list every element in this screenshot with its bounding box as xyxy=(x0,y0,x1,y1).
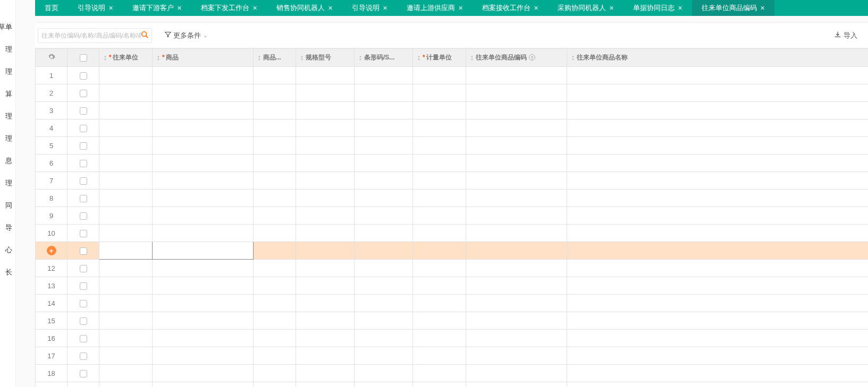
sidebar-item[interactable]: 理 xyxy=(0,172,15,194)
table-cell[interactable] xyxy=(466,84,567,102)
table-row[interactable]: 9 xyxy=(36,207,869,225)
table-cell[interactable] xyxy=(355,347,413,365)
row-checkbox[interactable] xyxy=(80,107,87,115)
table-cell[interactable] xyxy=(99,312,153,330)
table-cell[interactable] xyxy=(567,382,869,388)
table-cell[interactable] xyxy=(567,260,869,277)
row-checkbox[interactable] xyxy=(80,335,87,342)
table-cell[interactable] xyxy=(254,365,296,382)
table-cell[interactable] xyxy=(466,347,567,365)
table-cell[interactable] xyxy=(254,102,296,119)
tab-item[interactable]: 引导说明✕ xyxy=(68,0,123,16)
table-cell[interactable] xyxy=(153,277,254,295)
sidebar-item[interactable]: 导 xyxy=(0,217,15,239)
table-cell[interactable] xyxy=(254,154,296,172)
table-cell[interactable] xyxy=(296,84,355,102)
table-cell[interactable] xyxy=(466,137,567,154)
table-cell[interactable] xyxy=(355,102,413,119)
table-cell[interactable] xyxy=(153,67,254,84)
row-checkbox[interactable] xyxy=(80,352,87,360)
sidebar-item[interactable]: 理 xyxy=(0,61,15,83)
table-cell[interactable] xyxy=(99,84,153,102)
row-checkbox[interactable] xyxy=(80,142,87,150)
table-cell[interactable] xyxy=(413,154,466,172)
table-cell[interactable] xyxy=(413,295,466,312)
sidebar-item[interactable]: 理 xyxy=(0,105,15,127)
table-cell[interactable] xyxy=(567,190,869,207)
table-cell[interactable] xyxy=(355,260,413,277)
table-cell[interactable] xyxy=(466,207,567,225)
table-cell[interactable] xyxy=(99,330,153,347)
help-icon[interactable]: ? xyxy=(529,54,535,61)
table-cell[interactable] xyxy=(567,365,869,382)
close-icon[interactable]: ✕ xyxy=(534,5,538,12)
table-cell[interactable] xyxy=(153,154,254,172)
header-product-extra[interactable]: ▲▼商品... xyxy=(254,49,296,67)
table-cell[interactable] xyxy=(567,154,869,172)
close-icon[interactable]: ✕ xyxy=(760,5,765,12)
table-cell[interactable] xyxy=(355,154,413,172)
table-row[interactable]: 10 xyxy=(36,225,869,242)
header-code[interactable]: ▲▼往来单位商品编码? xyxy=(466,49,567,67)
table-row[interactable]: 8 xyxy=(36,190,869,207)
table-row[interactable]: 4 xyxy=(36,119,869,137)
header-name[interactable]: ▲▼往来单位商品名称 xyxy=(567,49,869,67)
table-cell[interactable] xyxy=(567,347,869,365)
table-cell[interactable] xyxy=(296,190,355,207)
row-checkbox[interactable] xyxy=(80,282,87,290)
table-row[interactable]: 7 xyxy=(36,172,869,190)
table-cell[interactable] xyxy=(355,172,413,190)
search-input-wrapper[interactable] xyxy=(38,28,152,43)
table-cell[interactable] xyxy=(567,207,869,225)
table-cell[interactable] xyxy=(254,330,296,347)
table-cell[interactable] xyxy=(254,312,296,330)
table-cell[interactable] xyxy=(99,382,153,388)
table-cell[interactable] xyxy=(153,295,254,312)
sidebar-item[interactable]: 理 xyxy=(0,38,15,61)
close-icon[interactable]: ✕ xyxy=(458,5,463,12)
table-cell[interactable] xyxy=(567,84,869,102)
table-cell[interactable] xyxy=(466,382,567,388)
sidebar-item[interactable]: 长 xyxy=(0,261,15,283)
table-cell[interactable] xyxy=(99,154,153,172)
table-cell[interactable] xyxy=(99,242,153,260)
close-icon[interactable]: ✕ xyxy=(678,5,682,12)
sidebar-item[interactable]: 息 xyxy=(0,150,15,172)
tab-item[interactable]: 档案接收工作台✕ xyxy=(473,0,548,16)
table-cell[interactable] xyxy=(466,190,567,207)
table-cell[interactable] xyxy=(413,84,466,102)
tab-item[interactable]: 销售协同机器人✕ xyxy=(267,0,342,16)
table-cell[interactable] xyxy=(413,102,466,119)
sidebar-item[interactable]: 同 xyxy=(0,194,15,217)
table-cell[interactable] xyxy=(413,67,466,84)
table-cell[interactable] xyxy=(567,137,869,154)
table-scroll[interactable]: ▲▼*往来单位 ▲▼*商品 ▲▼商品... ▲▼规格型号 ▲▼条形码/S... xyxy=(35,48,868,387)
table-row[interactable]: 16 xyxy=(36,330,869,347)
tab-item[interactable]: 引导说明✕ xyxy=(342,0,397,16)
table-cell[interactable] xyxy=(355,84,413,102)
table-row[interactable]: 19 xyxy=(36,382,869,388)
table-cell[interactable] xyxy=(153,102,254,119)
sidebar-item[interactable]: 算 xyxy=(0,83,15,105)
table-cell[interactable] xyxy=(466,277,567,295)
table-cell[interactable] xyxy=(355,330,413,347)
table-cell[interactable] xyxy=(254,172,296,190)
table-cell[interactable] xyxy=(466,365,567,382)
table-cell[interactable] xyxy=(296,330,355,347)
header-spec[interactable]: ▲▼规格型号 xyxy=(296,49,355,67)
table-cell[interactable] xyxy=(254,242,296,260)
table-cell[interactable] xyxy=(466,119,567,137)
row-checkbox[interactable] xyxy=(80,317,87,325)
table-cell[interactable] xyxy=(153,330,254,347)
table-cell[interactable] xyxy=(355,119,413,137)
table-cell[interactable] xyxy=(567,102,869,119)
table-row[interactable]: 15 xyxy=(36,312,869,330)
table-cell[interactable] xyxy=(296,137,355,154)
table-cell[interactable] xyxy=(254,207,296,225)
table-cell[interactable] xyxy=(466,172,567,190)
table-cell[interactable] xyxy=(153,137,254,154)
tab-item[interactable]: 档案下发工作台✕ xyxy=(191,0,267,16)
table-cell[interactable] xyxy=(567,225,869,242)
table-cell[interactable] xyxy=(254,347,296,365)
select-all-checkbox[interactable] xyxy=(80,54,87,62)
